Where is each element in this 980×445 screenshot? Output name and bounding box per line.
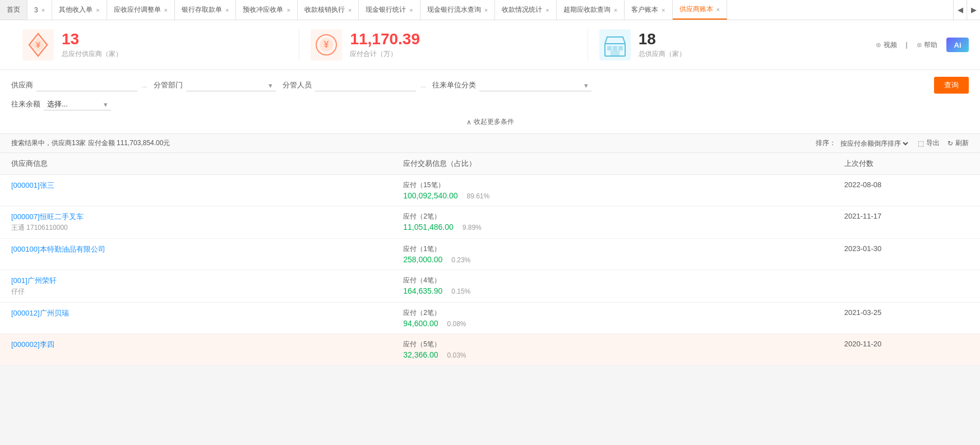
tab-other-income[interactable]: 其他收入单 × (52, 0, 107, 20)
payable-label: 应付（1笔） (403, 244, 822, 254)
collapse-arrow-icon: ∧ (466, 118, 471, 126)
extra-cell (946, 270, 980, 303)
supplier-ellipsis[interactable]: ... (142, 82, 147, 89)
close-icon[interactable]: × (164, 7, 168, 13)
nav-next-arrow[interactable]: ▶ (967, 0, 980, 20)
col-extra (946, 153, 980, 175)
close-icon[interactable]: × (484, 7, 488, 13)
tab-supplier-account[interactable]: 供应商账本 × (673, 0, 727, 20)
tab-3[interactable]: 3 × (27, 0, 52, 20)
close-icon[interactable]: × (286, 7, 290, 13)
last-pay-cell: 2021-03-25 (833, 303, 946, 334)
last-pay-cell: 2020-11-20 (833, 334, 946, 365)
dept-select[interactable] (186, 79, 276, 91)
tab-collection-stat[interactable]: 收款情况统计 × (495, 0, 556, 20)
supplier-link[interactable]: [001]广州荣轩 (11, 276, 57, 285)
supplier-info-cell: [000002]李四 (0, 334, 392, 365)
help-link[interactable]: ⊙ 帮助 (917, 40, 937, 50)
export-icon: ⬚ (918, 140, 924, 147)
payable-pct: 0.15% (451, 288, 470, 295)
tab-receivable-exec[interactable]: 收款核销执行 × (298, 0, 359, 20)
close-icon[interactable]: × (409, 7, 413, 13)
payable-info-cell: 应付（15笔）100,092,540.0089.61% (392, 175, 833, 206)
payable-info-cell: 应付（5笔）32,366.000.03% (392, 334, 833, 365)
payable-pct: 0.03% (447, 351, 466, 359)
supplier-link[interactable]: [000007]恒旺二手叉车 (11, 212, 84, 221)
tab-ap-adjust[interactable]: 应收应付调整单 × (107, 0, 175, 20)
results-actions: 排序： 按应付余额倒序排序 ⬚ 导出 ↻ 刷新 (816, 138, 969, 148)
payable-label: 应付（2笔） (403, 308, 822, 318)
extra-cell (946, 334, 980, 365)
query-button[interactable]: 查询 (934, 77, 969, 94)
extra-cell (946, 303, 980, 334)
balance-select-wrap: 选择... (44, 98, 111, 110)
unit-class-select[interactable] (479, 79, 591, 91)
supplier-link[interactable]: [000002]李四 (11, 340, 54, 349)
tab-overdue-query[interactable]: 超期应收款查询 × (557, 0, 625, 20)
tab-bank-deposit[interactable]: 银行存取款单 × (175, 0, 236, 20)
tab-cash-bank-flow[interactable]: 现金银行流水查询 × (420, 0, 495, 20)
unit-class-label: 往来单位分类 (432, 80, 476, 90)
table-row: [000007]恒旺二手叉车王通 17106110000应付（2笔）11,051… (0, 206, 980, 239)
last-pay-cell (833, 270, 946, 303)
supplier-link[interactable]: [000001]张三 (11, 181, 54, 189)
close-icon[interactable]: × (546, 7, 549, 13)
svg-rect-10 (607, 46, 612, 50)
payable-info-cell: 应付（1笔）258,000.000.23% (392, 239, 833, 270)
last-pay-date: 2023-01-30 (844, 244, 935, 253)
supplier-info-cell: [000012]广州贝瑞 (0, 303, 392, 334)
collapse-button[interactable]: ∧ 收起更多条件 (11, 115, 969, 129)
close-icon[interactable]: × (716, 6, 720, 13)
filter-row-1: 供应商 ... 分管部门 分管人员 ... 往来单位分类 (11, 77, 969, 94)
close-icon[interactable]: × (225, 7, 229, 13)
supplier-table: 供应商信息 应付交易信息（占比） 上次付数 [000001]张三应付（15笔）1… (0, 153, 980, 365)
refresh-label: 刷新 (955, 138, 969, 148)
video-link[interactable]: ⊙ 视频 (876, 40, 896, 50)
tab-cash-bank-stat[interactable]: 现金银行统计 × (359, 0, 420, 20)
last-pay-date: 2022-08-08 (844, 180, 935, 189)
close-icon[interactable]: × (96, 7, 99, 13)
close-icon[interactable]: × (662, 7, 665, 13)
supplier-link[interactable]: [000012]广州贝瑞 (11, 309, 69, 317)
close-icon[interactable]: × (41, 7, 45, 13)
export-label: 导出 (926, 138, 940, 148)
payable-label: 应付（4笔） (403, 276, 822, 285)
table-row: [001]广州荣轩仔仔应付（4笔）164,635.900.15% (0, 270, 980, 303)
supplier-label: 供应商 (11, 80, 33, 90)
last-pay-cell: 2022-08-08 (833, 175, 946, 206)
results-summary: 搜索结果中，供应商13家 应付金额 111,703,854.00元 (11, 138, 170, 148)
supplier-input[interactable] (36, 79, 137, 91)
close-icon[interactable]: × (348, 7, 352, 13)
close-icon[interactable]: × (614, 7, 617, 13)
export-button[interactable]: ⬚ 导出 (918, 138, 940, 148)
collapse-label: 收起更多条件 (474, 117, 514, 127)
tab-advance-writeoff[interactable]: 预收冲应收单 × (236, 0, 297, 20)
dept-select-wrap (186, 79, 276, 91)
payable-amount-num: 11,170.39 (350, 31, 420, 47)
top-navigation: 首页 3 × 其他收入单 × 应收应付调整单 × 银行存取款单 × 预收冲应收单… (0, 0, 980, 20)
supplier-link[interactable]: [000100]本特勤油品有限公司 (11, 245, 105, 253)
tab-customer-account[interactable]: 客户账本 × (625, 0, 672, 20)
refresh-button[interactable]: ↻ 刷新 (947, 138, 969, 148)
svg-rect-11 (613, 46, 617, 50)
svg-rect-13 (611, 50, 620, 56)
payable-amount-label: 应付合计（万） (350, 49, 420, 59)
payable-amount: 11,051,486.00 (403, 222, 454, 231)
person-input[interactable] (315, 79, 416, 91)
sort-select[interactable]: 按应付余额倒序排序 (838, 139, 910, 148)
dept-label: 分管部门 (154, 80, 183, 90)
ai-button[interactable]: Ai (946, 38, 969, 52)
main-table-wrap: 供应商信息 应付交易信息（占比） 上次付数 [000001]张三应付（15笔）1… (0, 153, 980, 365)
payable-amount: 258,000.00 (403, 255, 442, 264)
table-body: [000001]张三应付（15笔）100,092,540.0089.61%202… (0, 175, 980, 365)
sort-control: 排序： 按应付余额倒序排序 (816, 138, 910, 148)
balance-select[interactable]: 选择... (44, 98, 111, 110)
supplier-info-cell: [001]广州荣轩仔仔 (0, 270, 392, 303)
last-pay-cell: 2021-11-17 (833, 206, 946, 239)
store-icon (599, 29, 631, 61)
tab-home[interactable]: 首页 (0, 0, 27, 20)
person-ellipsis[interactable]: ... (420, 82, 426, 89)
filter-balance: 往来余额 选择... (11, 98, 111, 110)
help-links: ⊙ 视频 | ⊙ 帮助 Ai (876, 38, 969, 52)
nav-prev-arrow[interactable]: ◀ (953, 0, 967, 20)
